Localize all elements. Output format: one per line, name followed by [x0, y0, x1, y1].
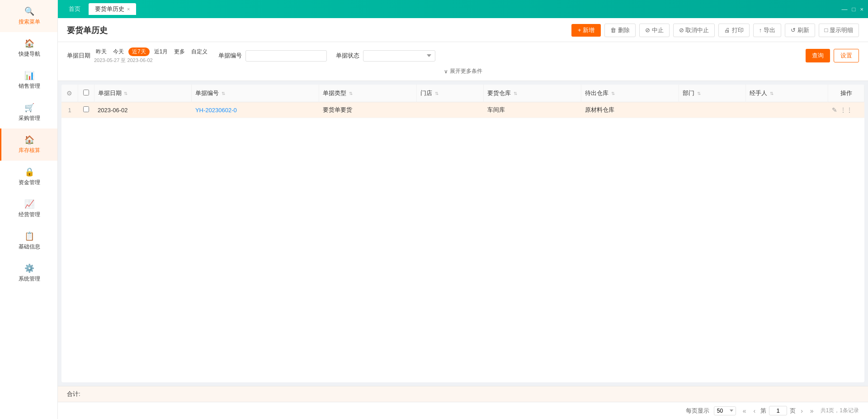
shortcut-custom[interactable]: 自定义: [189, 48, 209, 56]
window-maximize-btn[interactable]: □: [852, 6, 856, 13]
content-area: 要货单历史 + 新增 🗑 删除 ⊘ 中止 ⊘ 取消中止 🖨 打印 ↑ 导出 ↺ …: [58, 18, 868, 419]
doc-no-filter: 单据编号: [218, 50, 327, 62]
delete-button[interactable]: 🗑 删除: [604, 24, 636, 37]
sort-doctype-icon[interactable]: ⇅: [349, 91, 353, 96]
date-range-display: 2023-05-27 至 2023-06-02: [94, 57, 209, 64]
cart-icon: 🛒: [24, 103, 34, 113]
chevron-down-icon: ∨: [444, 68, 448, 75]
tab-close-icon[interactable]: ×: [127, 6, 130, 12]
cell-req-warehouse: 车间库: [484, 102, 581, 118]
sidebar-item-search[interactable]: 🔍 搜索菜单: [0, 0, 57, 32]
sidebar-item-system[interactable]: ⚙️ 系统管理: [0, 257, 57, 289]
data-table: ⚙ 单据日期 ⇅ 单据编号 ⇅: [61, 85, 864, 118]
shortcut-1month[interactable]: 近1月: [152, 48, 170, 56]
window-minimize-btn[interactable]: —: [842, 6, 848, 13]
expand-more-btn[interactable]: ∨ 展开更多条件: [67, 67, 859, 75]
new-button[interactable]: + 新增: [571, 24, 601, 37]
total-info: 共1页，1条记录: [821, 407, 859, 414]
last-page-btn[interactable]: »: [808, 406, 816, 415]
filter-area: 单据日期 昨天 今天 近7天 近1月 更多 自定义 2023-05-27 至 2…: [58, 42, 868, 81]
warehouse-icon: 🏠: [24, 135, 34, 145]
sort-pendwh-icon[interactable]: ⇅: [611, 91, 615, 96]
status-select[interactable]: [363, 50, 435, 62]
sidebar-item-finance[interactable]: 🔒 资金管理: [0, 161, 57, 193]
sort-docno-icon[interactable]: ⇅: [222, 91, 225, 96]
th-store: 门店 ⇅: [417, 85, 484, 102]
tab-home[interactable]: 首页: [62, 3, 87, 15]
settings-button[interactable]: 设置: [834, 49, 859, 62]
doc-no-link[interactable]: YH-20230602-0: [195, 107, 237, 114]
sort-handler-icon[interactable]: ⇅: [770, 91, 774, 96]
query-button[interactable]: 查询: [806, 49, 830, 62]
shortcut-yesterday[interactable]: 昨天: [94, 48, 108, 56]
sidebar-item-sales[interactable]: 📊 销售管理: [0, 64, 57, 96]
th-handler: 经手人 ⇅: [745, 85, 828, 102]
settings-col-header: ⚙: [61, 85, 78, 102]
refresh-button[interactable]: ↺ 刷新: [785, 24, 815, 37]
table-body: 1 2023-06-02 YH-20230602-0 要货单要货 车间库 原材料…: [61, 102, 864, 118]
date-filter-label: 单据日期: [67, 52, 90, 60]
sidebar-item-purchase[interactable]: 🛒 采购管理: [0, 96, 57, 129]
filter-row: 单据日期 昨天 今天 近7天 近1月 更多 自定义 2023-05-27 至 2…: [67, 48, 859, 64]
page-size-label: 每页显示: [686, 407, 709, 415]
topbar-right: — □ ×: [842, 6, 863, 13]
info-icon: 📋: [24, 231, 34, 241]
th-ops: 操作: [828, 85, 864, 102]
stop-button[interactable]: ⊘ 中止: [639, 24, 670, 37]
window-close-btn[interactable]: ×: [860, 6, 863, 13]
topbar: 首页 要货单历史 × — □ ×: [58, 0, 868, 18]
tab-requisition-history[interactable]: 要货单历史 ×: [89, 3, 136, 15]
shortcut-more[interactable]: 更多: [172, 48, 187, 56]
page-header: 要货单历史 + 新增 🗑 删除 ⊘ 中止 ⊘ 取消中止 🖨 打印 ↑ 导出 ↺ …: [58, 18, 868, 42]
cell-pending-warehouse: 原材料仓库: [581, 102, 679, 118]
cell-handler: [745, 102, 828, 118]
column-settings-icon[interactable]: ⚙: [66, 90, 72, 97]
page-size-select[interactable]: 50 20 100: [714, 406, 736, 415]
sidebar-item-basic-info[interactable]: 📋 基础信息: [0, 225, 57, 257]
toolbar: + 新增 🗑 删除 ⊘ 中止 ⊘ 取消中止 🖨 打印 ↑ 导出 ↺ 刷新 □ 显…: [571, 24, 859, 37]
home-icon: 🏠: [24, 38, 34, 48]
export-button[interactable]: ↑ 导出: [753, 24, 781, 37]
th-doc-type: 单据类型 ⇅: [319, 85, 417, 102]
more-icon[interactable]: ⋮⋮: [840, 106, 853, 114]
cell-doc-type: 要货单要货: [319, 102, 417, 118]
page-label: 第: [760, 407, 766, 415]
lock-icon: 🔒: [24, 167, 34, 177]
system-icon: ⚙️: [24, 263, 34, 273]
doc-no-input[interactable]: [245, 50, 327, 62]
th-req-warehouse: 要货仓库 ⇅: [484, 85, 581, 102]
table-container: ⚙ 单据日期 ⇅ 单据编号 ⇅: [61, 85, 864, 382]
sidebar-item-operations[interactable]: 📈 经营管理: [0, 193, 57, 225]
sidebar-item-quick-nav[interactable]: 🏠 快捷导航: [0, 32, 57, 64]
prev-page-btn[interactable]: ‹: [751, 406, 758, 415]
status-label: 单据状态: [336, 52, 359, 60]
first-page-btn[interactable]: «: [741, 406, 749, 415]
page-suffix: 页: [790, 407, 796, 415]
shortcut-7days[interactable]: 近7天: [128, 48, 150, 56]
table-row[interactable]: 1 2023-06-02 YH-20230602-0 要货单要货 车间库 原材料…: [61, 102, 864, 118]
th-doc-no: 单据编号 ⇅: [192, 85, 319, 102]
sort-reqwh-icon[interactable]: ⇅: [514, 91, 517, 96]
date-shortcuts: 昨天 今天 近7天 近1月 更多 自定义: [94, 48, 209, 56]
page-number-input[interactable]: [769, 406, 787, 415]
cell-store: [417, 102, 484, 118]
summary-bar: 合计:: [58, 386, 868, 402]
sidebar-item-inventory[interactable]: 🏠 库存核算: [0, 129, 57, 161]
cancel-stop-button[interactable]: ⊘ 取消中止: [673, 24, 715, 37]
edit-icon[interactable]: ✎: [832, 106, 837, 114]
sort-store-icon[interactable]: ⇅: [435, 91, 439, 96]
pagination-bar: 每页显示 50 20 100 « ‹ 第 页 › » 共1页，1条记录: [58, 402, 868, 419]
table-header-row: ⚙ 单据日期 ⇅ 单据编号 ⇅: [61, 85, 864, 102]
shortcut-today[interactable]: 今天: [111, 48, 126, 56]
page-title: 要货单历史: [67, 25, 108, 36]
select-all-checkbox[interactable]: [83, 90, 89, 95]
sort-dept-icon[interactable]: ⇅: [697, 91, 701, 96]
row-checkbox[interactable]: [83, 106, 89, 112]
date-shortcuts-group: 昨天 今天 近7天 近1月 更多 自定义 2023-05-27 至 2023-0…: [94, 48, 209, 64]
th-pending-warehouse: 待出仓库 ⇅: [581, 85, 679, 102]
show-detail-button[interactable]: □ 显示明细: [819, 24, 859, 37]
date-filter: 单据日期 昨天 今天 近7天 近1月 更多 自定义 2023-05-27 至 2…: [67, 48, 209, 64]
next-page-btn[interactable]: ›: [798, 406, 805, 415]
print-button[interactable]: 🖨 打印: [718, 24, 750, 37]
sort-date-icon[interactable]: ⇅: [124, 91, 127, 96]
